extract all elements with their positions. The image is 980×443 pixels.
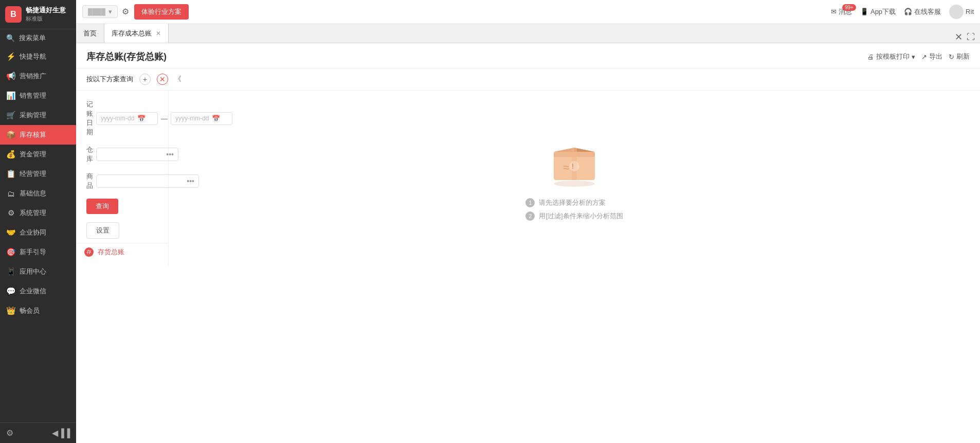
topbar-right: ✉ 消息 99+ 📱 App下载 🎧 在线客服 Rit (831, 5, 974, 19)
search-icon: 🔍 (6, 34, 15, 42)
sidebar-item-apps[interactable]: 📱 应用中心 (0, 262, 76, 281)
search-label: 搜索菜单 (19, 33, 46, 43)
sidebar-item-member[interactable]: 👑 畅会员 (0, 301, 76, 321)
svg-point-7 (569, 161, 579, 171)
export-label: 导出 (929, 52, 942, 61)
sidebar-item-operation[interactable]: 📋 经营管理 (0, 164, 76, 184)
sidebar-item-basic[interactable]: 🗂 基础信息 (0, 184, 76, 203)
apps-icon: 📱 (6, 267, 15, 276)
sidebar-item-purchase[interactable]: 🛒 采购管理 (0, 105, 76, 125)
logo-area: B 畅捷通好生意 标准版 (0, 0, 76, 29)
tip-num-2: 2 (525, 211, 535, 221)
scheme-item-inventory[interactable]: 存 存货总账 (76, 243, 168, 261)
online-service-button[interactable]: 🎧 在线客服 (904, 7, 941, 16)
app-download-button[interactable]: 📱 App下载 (860, 7, 896, 16)
sidebar-item-label: 销售管理 (20, 91, 46, 100)
sidebar-item-label: 资金管理 (20, 150, 46, 159)
sidebar-item-enterprise[interactable]: 🤝 企业协同 (0, 223, 76, 242)
app-label: App下载 (870, 7, 896, 16)
date-separator: — (161, 115, 168, 122)
speaker-footer-icon[interactable]: ◀▐▐ (52, 428, 70, 438)
logo-icon: B (5, 6, 22, 23)
content-area: 库存总账(存货总账) 🖨 按模板打印 ▾ ↗ 导出 ↻ 刷新 按以下方案查询 (76, 43, 980, 443)
empty-box-svg: ≈ ! (543, 136, 605, 188)
tabs-bar: 首页 库存成本总账 ✕ ✕ ⛶ (76, 24, 980, 43)
trial-button[interactable]: 体验行业方案 (134, 4, 189, 20)
scheme-row: 记账日期 yyyy-mm-dd 📅 — yyyy-mm-dd 📅 仓库 (76, 96, 168, 243)
sidebar-item-label: 企业协同 (20, 228, 46, 237)
print-chevron-icon: ▾ (912, 53, 915, 61)
query-button[interactable]: 查询 (86, 199, 118, 214)
sidebar-item-finance[interactable]: 💰 资金管理 (0, 145, 76, 164)
sidebar-item-sales[interactable]: 📊 销售管理 (0, 86, 76, 105)
sidebar-item-wechat[interactable]: 💬 企业微信 (0, 281, 76, 301)
empty-illustration: ≈ ! (543, 136, 605, 188)
tip-num-1: 1 (525, 198, 535, 207)
edition-label: 标准版 (26, 15, 66, 22)
sidebar-item-guide[interactable]: 🎯 新手引导 (0, 242, 76, 262)
tip-item-1: 1 请先选择要分析的方案 (525, 198, 623, 207)
collapse-filter-icon[interactable]: 《 (174, 75, 182, 84)
sidebar-footer: ⚙ ◀▐▐ (0, 422, 76, 443)
svg-marker-2 (554, 148, 574, 152)
tip-text-2: 用[过滤]条件来缩小分析范围 (539, 211, 623, 221)
filter-bar: 按以下方案查询 + ✕ 《 (76, 68, 980, 91)
sidebar-item-label: 企业微信 (20, 287, 46, 296)
print-icon: 🖨 (867, 53, 874, 61)
clear-filter-button[interactable]: ✕ (157, 74, 168, 85)
export-icon: ↗ (921, 53, 927, 61)
goods-label: 商品 (86, 172, 93, 190)
system-icon: ⚙ (6, 208, 15, 218)
username-label: Rit (966, 8, 974, 15)
operation-icon: 📋 (6, 169, 15, 179)
empty-tips: 1 请先选择要分析的方案 2 用[过滤]条件来缩小分析范围 (525, 198, 623, 221)
settings-footer-icon[interactable]: ⚙ (6, 428, 13, 438)
filter-label: 按以下方案查询 (86, 75, 133, 84)
filter-left-panel: 记账日期 yyyy-mm-dd 📅 — yyyy-mm-dd 📅 仓库 (76, 91, 169, 266)
sidebar-item-label: 系统管理 (20, 208, 46, 218)
message-badge: 99+ (842, 4, 856, 11)
sidebar-item-label: 基础信息 (20, 189, 46, 198)
inventory-icon: 📦 (6, 130, 15, 139)
svg-text:≈: ≈ (563, 161, 569, 174)
expand-icon[interactable]: ⛶ (967, 32, 975, 42)
tab-home[interactable]: 首页 (76, 24, 104, 43)
add-filter-button[interactable]: + (139, 74, 151, 85)
search-menu[interactable]: 🔍 搜索菜单 (0, 29, 76, 47)
gear-icon[interactable]: ⚙ (122, 7, 129, 16)
warehouse-filter: 仓库 ••• (86, 145, 178, 164)
sidebar-item-label: 畅会员 (20, 306, 40, 315)
sidebar-item-quick-nav[interactable]: ⚡ 快捷导航 (0, 47, 76, 66)
chevron-down-icon: ▾ (108, 8, 112, 15)
date-start-input[interactable]: yyyy-mm-dd 📅 (96, 112, 158, 125)
topbar-breadcrumb[interactable]: ████ ▾ (82, 5, 118, 18)
close-panel-icon[interactable]: ✕ (955, 31, 963, 43)
basic-icon: 🗂 (6, 189, 15, 198)
sidebar-item-label: 新手引导 (20, 247, 46, 257)
tab-close-icon[interactable]: ✕ (156, 30, 161, 37)
print-button[interactable]: 🖨 按模板打印 ▾ (867, 52, 915, 61)
export-button[interactable]: ↗ 导出 (921, 52, 942, 61)
tip-text-1: 请先选择要分析的方案 (539, 198, 606, 207)
svg-text:!: ! (572, 162, 574, 170)
tip-item-2: 2 用[过滤]条件来缩小分析范围 (525, 211, 623, 221)
calendar-icon: 📅 (137, 115, 146, 122)
logo-text: 畅捷通好生意 标准版 (26, 6, 66, 22)
set-button[interactable]: 设置 (86, 222, 119, 239)
message-icon: ✉ (831, 8, 837, 15)
tab-inventory-cost[interactable]: 库存成本总账 ✕ (104, 24, 169, 43)
warehouse-select[interactable]: ••• (96, 148, 178, 161)
service-icon: 🎧 (904, 8, 912, 15)
message-button[interactable]: ✉ 消息 99+ (831, 7, 852, 16)
page-title: 库存总账(存货总账) (86, 50, 167, 63)
tab-home-label: 首页 (83, 29, 97, 38)
layout-row: 记账日期 yyyy-mm-dd 📅 — yyyy-mm-dd 📅 仓库 (76, 91, 980, 266)
sidebar-item-system[interactable]: ⚙ 系统管理 (0, 203, 76, 223)
sidebar-item-inventory[interactable]: 📦 库存核算 (0, 125, 76, 145)
date-start-placeholder: yyyy-mm-dd (101, 115, 134, 122)
refresh-button[interactable]: ↻ 刷新 (949, 52, 970, 61)
user-menu[interactable]: Rit (949, 5, 974, 19)
sidebar-item-marketing[interactable]: 📢 营销推广 (0, 66, 76, 86)
finance-icon: 💰 (6, 150, 15, 159)
scheme-item-label: 存货总账 (98, 247, 124, 257)
